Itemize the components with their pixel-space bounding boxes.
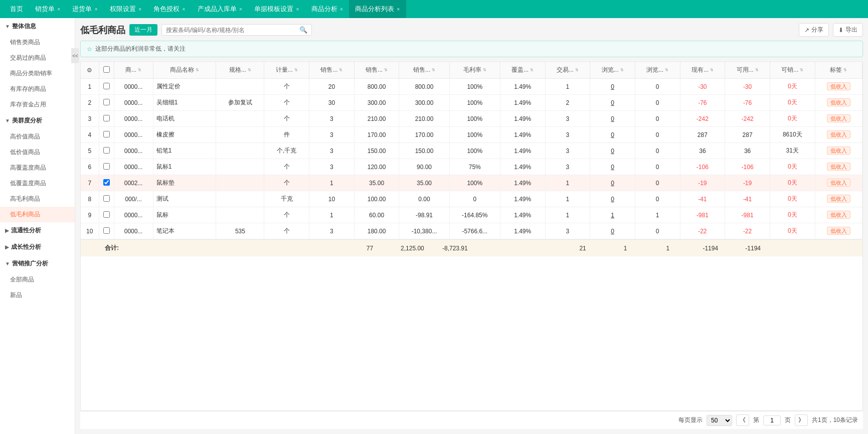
- nav-role-auth[interactable]: 角色授权 ×: [147, 0, 191, 18]
- next-page-button[interactable]: 》: [795, 414, 808, 426]
- col-available[interactable]: 可用... ⇅: [725, 62, 770, 79]
- cell-name[interactable]: 铅笔1: [153, 143, 216, 159]
- prev-page-button[interactable]: 《: [736, 414, 749, 426]
- cell-browse1[interactable]: 0: [590, 111, 635, 127]
- sidebar-item-new-products[interactable]: 新品: [0, 287, 75, 303]
- row-checkbox[interactable]: [103, 227, 110, 234]
- cell-name[interactable]: 鼠标垫: [153, 175, 216, 191]
- nav-home[interactable]: 首页: [4, 0, 29, 18]
- row-checkbox[interactable]: [103, 195, 110, 202]
- cell-name[interactable]: 笔记本: [153, 223, 216, 239]
- col-gross-rate[interactable]: 毛利率 ⇅: [449, 62, 500, 79]
- sidebar-collapse-button[interactable]: <<: [71, 48, 79, 63]
- close-icon[interactable]: ×: [340, 6, 343, 12]
- row-checkbox[interactable]: [103, 179, 110, 186]
- col-settings[interactable]: ⚙: [81, 62, 99, 79]
- sidebar-group-growth[interactable]: ▶ 成长性分析: [0, 239, 75, 255]
- close-icon[interactable]: ×: [138, 6, 141, 12]
- sidebar-item-in-stock[interactable]: 有库存的商品: [0, 81, 75, 97]
- cell-checkbox[interactable]: [99, 223, 114, 239]
- cell-browse1[interactable]: 0: [590, 143, 635, 159]
- cell-name[interactable]: 电话机: [153, 111, 216, 127]
- sidebar-group-beauty[interactable]: ▼ 美群度分析: [0, 112, 75, 129]
- sidebar-item-category-rate[interactable]: 商品分类助销率: [0, 66, 75, 81]
- col-browse1[interactable]: 浏览... ⇅: [590, 62, 635, 79]
- cell-checkbox[interactable]: [99, 111, 114, 127]
- nav-product-inbound[interactable]: 产成品入库单 ×: [192, 0, 248, 18]
- nav-product-analysis-list[interactable]: 商品分析列表 ×: [349, 0, 406, 18]
- col-sale-amount[interactable]: 销售... ⇅: [399, 62, 449, 79]
- col-browse2[interactable]: 浏览... ⇅: [635, 62, 680, 79]
- sidebar-item-high-coverage[interactable]: 高覆盖度商品: [0, 160, 75, 176]
- sidebar-item-high-value[interactable]: 高价值商品: [0, 129, 75, 144]
- cell-name[interactable]: 鼠标1: [153, 159, 216, 175]
- sidebar-item-traded-products[interactable]: 交易过的商品: [0, 50, 75, 66]
- nav-permissions[interactable]: 权限设置 ×: [104, 0, 147, 18]
- cell-name[interactable]: 鼠标: [153, 207, 216, 223]
- cell-checkbox[interactable]: [99, 95, 114, 111]
- cell-checkbox[interactable]: [99, 159, 114, 175]
- cell-name[interactable]: 橡皮擦: [153, 127, 216, 143]
- col-code[interactable]: 商... ⇅: [114, 62, 153, 79]
- cell-browse1[interactable]: 0: [590, 127, 635, 143]
- col-coverage[interactable]: 覆盖... ⇅: [500, 62, 545, 79]
- cell-name[interactable]: 测试: [153, 191, 216, 207]
- close-icon[interactable]: ×: [57, 6, 60, 12]
- sidebar-item-low-coverage[interactable]: 低覆盖度商品: [0, 176, 75, 191]
- col-name[interactable]: 商品名称 ⇅: [153, 62, 216, 79]
- page-number-input[interactable]: [763, 415, 781, 425]
- col-current[interactable]: 现有... ⇅: [680, 62, 725, 79]
- sidebar-group-flow[interactable]: ▶ 流通性分析: [0, 222, 75, 239]
- cell-checkbox[interactable]: [99, 127, 114, 143]
- sidebar-item-low-margin[interactable]: 低毛利商品: [0, 207, 75, 222]
- col-unit[interactable]: 计量... ⇅: [264, 62, 309, 79]
- close-icon[interactable]: ×: [182, 6, 185, 12]
- select-all-checkbox[interactable]: [103, 66, 110, 73]
- per-page-select[interactable]: 50 10 20 100: [707, 415, 732, 426]
- cell-browse1[interactable]: 0: [590, 95, 635, 111]
- time-filter-button[interactable]: 近一月: [129, 24, 157, 36]
- row-checkbox[interactable]: [103, 147, 110, 154]
- sidebar-item-low-value[interactable]: 低价值商品: [0, 144, 75, 160]
- cell-checkbox[interactable]: [99, 175, 114, 191]
- row-checkbox[interactable]: [103, 115, 110, 121]
- cell-checkbox[interactable]: [99, 79, 114, 95]
- row-checkbox[interactable]: [103, 163, 110, 170]
- cell-browse1[interactable]: 0: [590, 191, 635, 207]
- sidebar-group-marketing[interactable]: ▼ 营销推广分析: [0, 255, 75, 272]
- settings-icon[interactable]: ⚙: [87, 67, 92, 74]
- close-icon[interactable]: ×: [94, 6, 97, 12]
- cell-browse1[interactable]: 0: [590, 159, 635, 175]
- cell-browse1[interactable]: 1: [590, 207, 635, 223]
- cell-browse1[interactable]: 0: [590, 175, 635, 191]
- sidebar-group-overall[interactable]: ▼ 整体信息: [0, 18, 75, 35]
- cell-checkbox[interactable]: [99, 191, 114, 207]
- sidebar-item-stock-capital[interactable]: 库存资金占用: [0, 97, 75, 112]
- nav-product-analysis[interactable]: 商品分析 ×: [305, 0, 349, 18]
- cell-checkbox[interactable]: [99, 143, 114, 159]
- close-icon[interactable]: ×: [296, 6, 299, 12]
- export-button[interactable]: ⬇ 导出: [833, 23, 863, 37]
- search-input[interactable]: [166, 27, 299, 34]
- cell-name[interactable]: 吴细细1: [153, 95, 216, 111]
- row-checkbox[interactable]: [103, 211, 110, 218]
- sidebar-item-high-margin[interactable]: 高毛利商品: [0, 191, 75, 207]
- col-spec[interactable]: 规格... ⇅: [216, 62, 264, 79]
- close-icon[interactable]: ×: [397, 6, 400, 12]
- col-sale-qty[interactable]: 销售... ⇅: [309, 62, 355, 79]
- row-checkbox[interactable]: [103, 83, 110, 89]
- nav-purchase-order[interactable]: 进货单 ×: [66, 0, 103, 18]
- sidebar-item-sales-products[interactable]: 销售类商品: [0, 35, 75, 50]
- close-icon[interactable]: ×: [239, 6, 242, 12]
- col-salable[interactable]: 可销... ⇅: [770, 62, 815, 79]
- share-button[interactable]: ↗ 分享: [799, 23, 829, 37]
- cell-browse1[interactable]: 0: [590, 223, 635, 239]
- col-tag[interactable]: 标签 ⇅: [815, 62, 862, 79]
- row-checkbox[interactable]: [103, 99, 110, 105]
- col-trade[interactable]: 交易... ⇅: [545, 62, 590, 79]
- cell-browse1[interactable]: 0: [590, 79, 635, 95]
- col-sale-price[interactable]: 销售... ⇅: [354, 62, 399, 79]
- row-checkbox[interactable]: [103, 131, 110, 137]
- search-icon[interactable]: 🔍: [299, 26, 307, 34]
- nav-template-settings[interactable]: 单据模板设置 ×: [248, 0, 305, 18]
